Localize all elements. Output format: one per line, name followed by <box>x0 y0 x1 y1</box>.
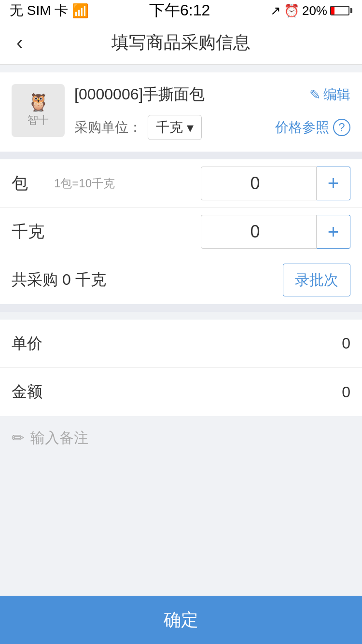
remark-icon: ✏ <box>12 429 25 447</box>
amount-row: 金额 0 <box>0 368 362 416</box>
product-name: [0000006]手撕面包 <box>74 84 205 105</box>
wifi-icon: 📶 <box>72 3 89 19</box>
price-row: 单价 0 <box>0 320 362 368</box>
kg-label: 千克 <box>12 221 50 243</box>
back-icon: ‹ <box>16 32 23 53</box>
bag-sublabel: 1包=10千克 <box>54 176 115 191</box>
summary-unit: 千克 <box>75 271 106 288</box>
kg-plus-button[interactable]: + <box>317 215 350 249</box>
carrier-text: 无 SIM 卡 <box>10 1 68 20</box>
brand-label: 智十 <box>28 113 49 127</box>
input-section: 包 1包=10千克 + 千克 + <box>0 159 362 256</box>
edit-label: 编辑 <box>323 85 350 104</box>
unit-dropdown[interactable]: 千克 ▾ <box>148 115 202 140</box>
product-card: 🦉 智十 [0000006]手撕面包 ✎ 编辑 采购单位： 千克 ▾ 价格参照 <box>0 72 362 152</box>
summary-text: 共采购 0 千克 <box>12 269 106 291</box>
bag-quantity-input[interactable] <box>201 167 317 200</box>
summary-section: 共采购 0 千克 录批次 <box>0 256 362 304</box>
price-ref-label: 价格参照 <box>275 118 329 137</box>
confirm-label: 确定 <box>164 608 198 632</box>
price-reference-button[interactable]: 价格参照 ? <box>275 118 350 137</box>
unit-label: 采购单位： <box>74 118 142 137</box>
alarm-icon: ⏰ <box>284 3 299 18</box>
page-title: 填写商品采购信息 <box>111 31 251 55</box>
product-title: 手撕面包 <box>143 85 205 103</box>
help-icon: ? <box>333 119 350 136</box>
price-label: 单价 <box>12 333 42 354</box>
product-image: 🦉 智十 <box>12 84 65 137</box>
kg-plus-icon: + <box>328 221 339 243</box>
kg-quantity-input[interactable] <box>201 215 317 249</box>
separator-2 <box>0 304 362 312</box>
product-id: [0000006] <box>74 85 143 103</box>
separator-1 <box>0 152 362 159</box>
remark-placeholder: 输入备注 <box>30 428 88 448</box>
status-bar: 无 SIM 卡 📶 下午6:12 ↗ ⏰ 20% <box>0 0 362 21</box>
bag-plus-button[interactable]: + <box>317 167 350 200</box>
status-time: 下午6:12 <box>149 0 210 21</box>
detail-section: 单价 0 金额 0 <box>0 320 362 416</box>
nav-bar: ‹ 填写商品采购信息 <box>0 21 362 65</box>
batch-button[interactable]: 录批次 <box>283 264 350 296</box>
battery-percent: 20% <box>302 3 327 18</box>
edit-icon: ✎ <box>309 87 320 103</box>
spacer <box>0 460 362 604</box>
amount-value: 0 <box>342 383 350 401</box>
confirm-bar[interactable]: 确定 <box>0 596 362 644</box>
summary-prefix: 共采购 <box>12 271 58 288</box>
kg-input-row: 千克 + <box>0 208 362 256</box>
location-icon: ↗ <box>270 3 281 18</box>
remark-section[interactable]: ✏ 输入备注 <box>0 416 362 460</box>
amount-label: 金额 <box>12 381 42 403</box>
price-value: 0 <box>342 335 350 352</box>
bag-plus-icon: + <box>328 172 339 194</box>
owl-logo-icon: 🦉 <box>28 94 49 111</box>
back-button[interactable]: ‹ <box>12 27 28 58</box>
battery-indicator <box>330 6 352 15</box>
bag-label: 包 <box>12 172 50 195</box>
status-right: ↗ ⏰ 20% <box>270 3 352 18</box>
status-left: 无 SIM 卡 📶 <box>10 1 89 20</box>
bag-input-row: 包 1包=10千克 + <box>0 159 362 208</box>
unit-value: 千克 <box>156 118 183 137</box>
product-info: [0000006]手撕面包 ✎ 编辑 采购单位： 千克 ▾ 价格参照 ? <box>74 84 350 140</box>
summary-quantity: 0 <box>62 271 71 288</box>
edit-button[interactable]: ✎ 编辑 <box>309 85 350 104</box>
dropdown-arrow: ▾ <box>187 120 194 136</box>
